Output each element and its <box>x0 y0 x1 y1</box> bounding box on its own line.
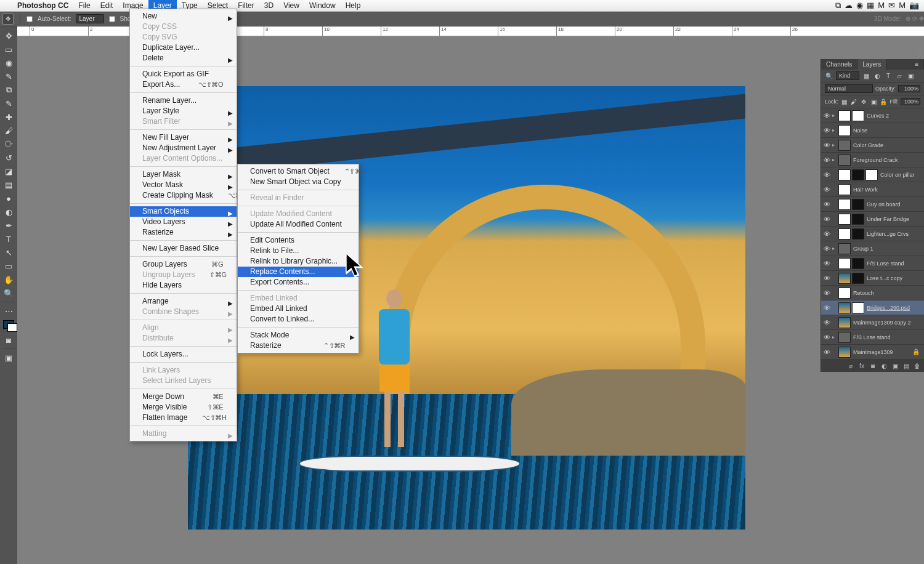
new-group-icon[interactable]: ▣ <box>891 361 899 370</box>
edit-toolbar[interactable]: ⋯ <box>2 305 15 317</box>
menu-item[interactable]: Merge Visible⇧⌘E <box>130 402 237 413</box>
expand-icon[interactable]: ▸ <box>832 127 838 133</box>
layer-name[interactable]: Under Far Bridge <box>865 216 922 222</box>
auto-select-checkbox[interactable] <box>26 16 33 22</box>
layer-row[interactable]: 👁Bridges...290.psd <box>821 300 924 315</box>
lasso-tool[interactable]: ◉ <box>2 57 15 69</box>
menu-item[interactable]: Update All Modified Content <box>238 219 359 230</box>
quick-select-tool[interactable]: ✎ <box>2 70 15 83</box>
filter-pixel-icon[interactable]: ▦ <box>862 71 870 80</box>
menu-item[interactable]: Export As...⌥⇧⌘O <box>130 79 237 90</box>
layer-row[interactable]: 👁Under Far Bridge <box>821 212 924 227</box>
menu-item[interactable]: Group Layers⌘G <box>130 259 237 270</box>
menu-view[interactable]: View <box>278 0 304 12</box>
status-icon[interactable]: ▦ <box>867 1 874 10</box>
menu-item[interactable]: Video Layers▶ <box>130 217 237 227</box>
layer-name[interactable]: Foreground Crack <box>852 157 922 163</box>
marquee-tool[interactable]: ▭ <box>2 43 15 55</box>
delete-layer-icon[interactable]: 🗑 <box>913 361 922 370</box>
blur-tool[interactable]: ● <box>2 192 15 204</box>
menu-item[interactable]: Rename Layer... <box>130 95 237 106</box>
visibility-icon[interactable]: 👁 <box>821 319 832 326</box>
menu-item[interactable]: Flatten Image⌥⇧⌘H <box>130 413 237 423</box>
tab-layers[interactable]: Layers <box>857 59 886 70</box>
hand-tool[interactable]: ✋ <box>2 273 15 286</box>
layer-thumbnail[interactable] <box>852 273 864 284</box>
menu-item[interactable]: Vector Mask▶ <box>130 180 237 190</box>
lock-all-icon[interactable]: 🔒 <box>880 97 887 106</box>
filter-icon[interactable]: 🔍 <box>825 71 833 80</box>
tab-channels[interactable]: Channels <box>821 59 857 70</box>
menu-item[interactable]: Relink to Library Graphic... <box>238 256 359 267</box>
screen-mode[interactable]: ▣ <box>2 352 15 364</box>
app-name[interactable]: Photoshop CC <box>12 1 73 10</box>
menu-item[interactable]: Smart Objects▶ <box>130 206 237 217</box>
visibility-icon[interactable]: 👁 <box>821 127 832 134</box>
layer-name[interactable]: Retouch <box>852 290 922 296</box>
move-tool[interactable]: ✥ <box>2 30 15 42</box>
layer-name[interactable]: Bridges...290.psd <box>865 305 922 311</box>
layer-name[interactable]: MainImage1309 <box>852 349 910 355</box>
menu-item[interactable]: Rasterize⌃⇧⌘R <box>238 340 359 351</box>
menu-item[interactable]: Duplicate Layer... <box>130 42 237 53</box>
layer-thumbnail[interactable] <box>838 273 851 284</box>
menu-item[interactable]: Relink to File... <box>238 246 359 256</box>
layer-row[interactable]: 👁Hair Work <box>821 182 924 197</box>
visibility-icon[interactable]: 👁 <box>821 112 832 119</box>
layer-thumbnail[interactable] <box>838 214 851 225</box>
layer-name[interactable]: Group 1 <box>852 246 922 252</box>
expand-icon[interactable]: ▸ <box>832 334 838 340</box>
layer-name[interactable]: F/S Lose stand <box>865 260 922 267</box>
menu-item[interactable]: New Adjustment Layer▶ <box>130 143 237 153</box>
menu-item[interactable]: New Smart Object via Copy <box>238 177 359 187</box>
opacity-input[interactable]: 100% <box>898 85 920 92</box>
panel-menu-icon[interactable]: ≡ <box>910 59 924 70</box>
shape-tool[interactable]: ▭ <box>2 260 15 272</box>
layer-thumbnail[interactable] <box>852 228 864 240</box>
gradient-tool[interactable]: ▤ <box>2 179 15 191</box>
menu-item[interactable]: Edit Contents <box>238 235 359 246</box>
menu-item[interactable]: Embed All Linked <box>238 304 359 314</box>
eyedropper-tool[interactable]: ✎ <box>2 97 15 110</box>
fill-input[interactable]: 100% <box>901 98 920 105</box>
menu-item[interactable]: Convert to Linked... <box>238 314 359 324</box>
visibility-icon[interactable]: 👁 <box>821 186 832 193</box>
menu-item[interactable]: Replace Contents... <box>238 267 359 277</box>
layer-thumbnail[interactable] <box>852 214 864 225</box>
menu-item[interactable]: Convert to Smart Object⌃⇧⌘O <box>238 166 359 177</box>
layer-name[interactable]: Hair Work <box>852 187 922 193</box>
layer-thumbnail[interactable] <box>838 125 851 136</box>
blend-mode-dropdown[interactable]: Normal <box>825 84 873 93</box>
layer-name[interactable]: Color on pillar <box>879 172 922 178</box>
menu-item[interactable]: Rasterize▶ <box>130 227 237 238</box>
layer-thumbnail[interactable] <box>838 169 851 180</box>
layer-row[interactable]: 👁▸Group 1 <box>821 241 924 256</box>
visibility-icon[interactable]: 👁 <box>821 304 832 312</box>
layer-row[interactable]: 👁▸Noise <box>821 123 924 138</box>
zoom-tool[interactable]: 🔍 <box>2 287 15 299</box>
layer-row[interactable]: 👁Guy on board <box>821 197 924 212</box>
filter-adjust-icon[interactable]: ◐ <box>873 71 881 80</box>
layer-name[interactable]: Noise <box>852 127 922 134</box>
menu-file[interactable]: File <box>73 0 95 12</box>
dodge-tool[interactable]: ◐ <box>2 206 15 218</box>
layer-thumbnail[interactable] <box>838 110 851 121</box>
layer-row[interactable]: 👁▸Curves 2 <box>821 108 924 123</box>
menu-item[interactable]: Layer Mask▶ <box>130 169 237 180</box>
layer-fx-icon[interactable]: fx <box>857 361 866 370</box>
visibility-icon[interactable]: 👁 <box>821 334 832 341</box>
visibility-icon[interactable]: 👁 <box>821 201 832 208</box>
expand-icon[interactable]: ▸ <box>832 142 838 148</box>
layer-thumbnail[interactable] <box>838 347 851 358</box>
layer-name[interactable]: F/S Lose stand <box>852 334 922 340</box>
menu-item[interactable]: Arrange▶ <box>130 296 237 307</box>
layer-row[interactable]: 👁▸F/S Lose stand <box>821 330 924 345</box>
layer-row[interactable]: 👁Lighten...ge Crvs <box>821 227 924 241</box>
visibility-icon[interactable]: 👁 <box>821 348 832 356</box>
layer-thumbnail[interactable] <box>852 110 864 121</box>
layer-name[interactable]: Lose t...c copy <box>865 275 922 281</box>
brush-tool[interactable]: 🖌 <box>2 124 15 137</box>
menu-item[interactable]: Layer Style▶ <box>130 106 237 116</box>
filter-type-icon[interactable]: T <box>884 71 893 80</box>
layer-thumbnail[interactable] <box>838 258 851 269</box>
